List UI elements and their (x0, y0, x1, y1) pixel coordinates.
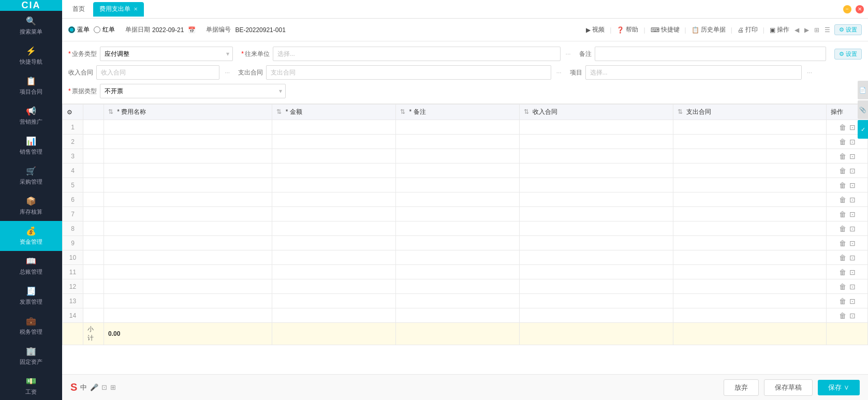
delete-row-icon[interactable]: 🗑 (839, 181, 846, 189)
window-close-button[interactable]: ✕ (856, 5, 864, 13)
help-button[interactable]: ❓ 帮助 (616, 25, 638, 34)
row-expense-name[interactable] (104, 221, 272, 236)
row-amount[interactable] (272, 120, 396, 135)
row-income-contract[interactable] (520, 294, 673, 308)
row-amount[interactable] (272, 164, 396, 178)
sort-expense-icon[interactable]: ⇅ (678, 108, 683, 115)
copy-row-icon[interactable]: ⊡ (849, 123, 856, 131)
row-income-contract[interactable] (520, 120, 673, 135)
row-income-contract[interactable] (520, 164, 673, 178)
form-settings-button[interactable]: ⚙ 设置 (834, 49, 862, 60)
row-expense-name[interactable] (104, 178, 272, 192)
tab-close-icon[interactable]: ✕ (134, 6, 138, 12)
th-amount[interactable]: ⇅ * 金额 (272, 105, 396, 120)
operation-button[interactable]: ▣ 操作 (770, 25, 789, 34)
row-expense-contract[interactable] (673, 135, 826, 149)
row-income-contract[interactable] (520, 135, 673, 149)
partner-dots-icon[interactable]: ··· (566, 50, 571, 57)
sort-expense-name-icon[interactable]: ⇅ (108, 108, 113, 115)
row-remark[interactable] (396, 236, 520, 250)
row-amount[interactable] (272, 308, 396, 323)
row-expense-name[interactable] (104, 164, 272, 178)
save-button[interactable]: 保存 ∨ (818, 380, 860, 395)
row-expense-name[interactable] (104, 236, 272, 250)
sidebar-item-quick-nav[interactable]: ⚡ 快捷导航 (0, 41, 62, 71)
row-expense-contract[interactable] (673, 192, 826, 207)
row-amount[interactable] (272, 279, 396, 294)
row-amount[interactable] (272, 265, 396, 279)
income-contract-dots[interactable]: ··· (225, 69, 230, 76)
row-income-contract[interactable] (520, 221, 673, 236)
delete-row-icon[interactable]: 🗑 (839, 210, 846, 218)
project-dots[interactable]: ··· (807, 69, 812, 76)
sidebar-item-tax[interactable]: 💼 税务管理 (0, 311, 62, 341)
row-expense-name[interactable] (104, 149, 272, 164)
row-amount[interactable] (272, 149, 396, 164)
row-income-contract[interactable] (520, 279, 673, 294)
row-income-contract[interactable] (520, 149, 673, 164)
row-expense-contract[interactable] (673, 221, 826, 236)
grid-view-icon[interactable]: ⊞ (814, 26, 819, 34)
history-button[interactable]: 📋 历史单据 (692, 25, 726, 34)
row-income-contract[interactable] (520, 192, 673, 207)
delete-row-icon[interactable]: 🗑 (839, 196, 846, 204)
copy-row-icon[interactable]: ⊡ (849, 225, 856, 233)
sidebar-item-search[interactable]: 🔍 搜索菜单 (0, 11, 62, 41)
print-button[interactable]: 🖨 打印 (738, 25, 758, 34)
table-settings-icon[interactable]: ⚙ (67, 109, 72, 116)
delete-row-icon[interactable]: 🗑 (839, 297, 846, 305)
copy-row-icon[interactable]: ⊡ (849, 181, 856, 189)
sidebar-item-fixed-assets[interactable]: 🏢 固定资产 (0, 341, 62, 371)
row-income-contract[interactable] (520, 308, 673, 323)
row-expense-contract[interactable] (673, 308, 826, 323)
sticky-note-button[interactable]: 📄 (858, 81, 868, 99)
sidebar-item-payroll[interactable]: 💵 工资 (0, 371, 62, 400)
row-remark[interactable] (396, 192, 520, 207)
row-remark[interactable] (396, 279, 520, 294)
row-amount[interactable] (272, 178, 396, 192)
row-remark[interactable] (396, 178, 520, 192)
window-minimize-button[interactable]: − (843, 5, 851, 13)
settings-button[interactable]: ⚙ 设置 (834, 24, 862, 35)
delete-row-icon[interactable]: 🗑 (839, 167, 846, 175)
sidebar-item-sales[interactable]: 📊 销售管理 (0, 131, 62, 161)
th-expense-name[interactable]: ⇅ * 费用名称 (104, 105, 272, 120)
th-income-contract[interactable]: ⇅ 收入合同 (520, 105, 673, 120)
radio-blue-label[interactable]: 蓝单 (68, 25, 90, 34)
tab-expense[interactable]: 费用支出单 ✕ (93, 2, 144, 17)
row-amount[interactable] (272, 221, 396, 236)
sidebar-item-marketing[interactable]: 📢 营销推广 (0, 101, 62, 131)
th-expense-contract[interactable]: ⇅ 支出合同 (673, 105, 826, 120)
row-expense-contract[interactable] (673, 279, 826, 294)
sticky-green-button[interactable]: ✓ (858, 120, 868, 139)
copy-row-icon[interactable]: ⊡ (849, 239, 856, 247)
expense-contract-input[interactable]: 支出合同 (266, 65, 551, 80)
calendar-icon[interactable]: 📅 (188, 26, 196, 34)
tab-home[interactable]: 首页 (66, 2, 91, 17)
row-remark[interactable] (396, 207, 520, 221)
sidebar-item-inventory[interactable]: 📦 库存核算 (0, 191, 62, 221)
radio-red-label[interactable]: 红单 (94, 25, 115, 34)
row-expense-name[interactable] (104, 279, 272, 294)
copy-row-icon[interactable]: ⊡ (849, 167, 856, 175)
project-input[interactable]: 选择... (585, 65, 802, 80)
copy-row-icon[interactable]: ⊡ (849, 254, 856, 262)
delete-row-icon[interactable]: 🗑 (839, 123, 846, 131)
discard-button[interactable]: 放弃 (724, 379, 759, 396)
row-expense-contract[interactable] (673, 164, 826, 178)
invoice-type-select[interactable]: 不开票 ▾ (100, 84, 286, 98)
row-remark[interactable] (396, 250, 520, 265)
th-settings[interactable]: ⚙ (63, 105, 83, 120)
row-expense-contract[interactable] (673, 265, 826, 279)
row-remark[interactable] (396, 221, 520, 236)
biz-type-select[interactable]: 应付调整 ▾ (100, 47, 233, 61)
row-expense-name[interactable] (104, 294, 272, 308)
row-expense-name[interactable] (104, 207, 272, 221)
row-expense-name[interactable] (104, 192, 272, 207)
delete-row-icon[interactable]: 🗑 (839, 283, 846, 291)
nav-prev-icon[interactable]: ◀ (795, 26, 799, 34)
row-expense-contract[interactable] (673, 207, 826, 221)
row-remark[interactable] (396, 294, 520, 308)
delete-row-icon[interactable]: 🗑 (839, 152, 846, 160)
expense-contract-dots[interactable]: ··· (556, 69, 562, 76)
